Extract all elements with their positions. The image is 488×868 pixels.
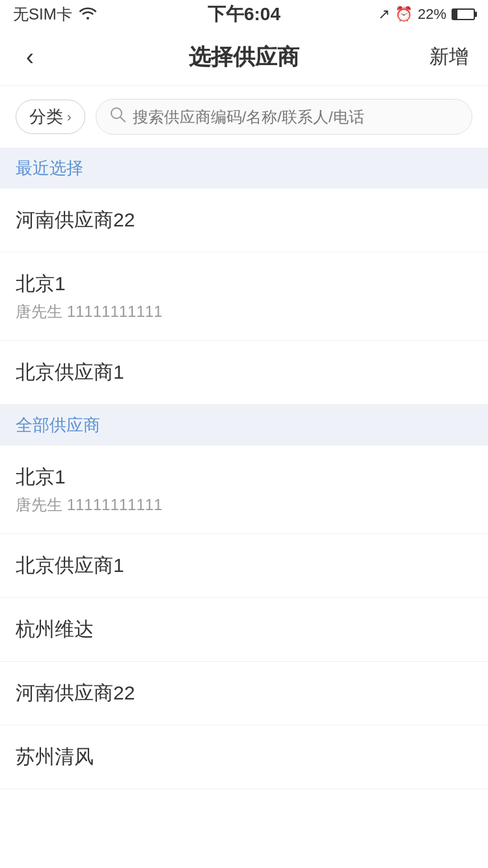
chevron-right-icon: › xyxy=(67,109,72,124)
list-item[interactable]: 北京供应商1 xyxy=(0,341,488,405)
list-item[interactable]: 河南供应商22 xyxy=(0,662,488,726)
recent-list: 河南供应商22北京1唐先生 11111111111北京供应商1 xyxy=(0,189,488,405)
item-name: 北京供应商1 xyxy=(16,552,472,579)
search-input[interactable] xyxy=(133,108,459,126)
item-sub: 唐先生 11111111111 xyxy=(16,301,472,322)
list-item[interactable]: 北京1唐先生 11111111111 xyxy=(0,252,488,341)
location-icon: ↗ xyxy=(378,6,390,23)
all-section-label: 全部供应商 xyxy=(16,415,100,435)
back-button[interactable]: ‹ xyxy=(20,37,40,77)
item-name: 苏州清风 xyxy=(16,744,472,770)
list-item[interactable]: 苏州清风 xyxy=(0,726,488,789)
search-icon xyxy=(109,106,126,128)
status-bar-right: ↗ ⏰ 22% xyxy=(378,6,475,23)
item-sub: 唐先生 11111111111 xyxy=(16,495,472,515)
status-bar-time: 下午6:04 xyxy=(208,2,280,27)
page-title: 选择供应商 xyxy=(189,42,299,72)
item-name: 北京1 xyxy=(16,464,472,491)
filter-bar: 分类 › xyxy=(0,86,488,148)
list-item[interactable]: 杭州维达 xyxy=(0,598,488,662)
list-item[interactable]: 河南供应商22 xyxy=(0,189,488,252)
all-list: 北京1唐先生 11111111111北京供应商1杭州维达河南供应商22苏州清风 xyxy=(0,446,488,789)
category-button[interactable]: 分类 › xyxy=(16,100,85,134)
add-button[interactable]: 新增 xyxy=(429,44,468,70)
item-name: 河南供应商22 xyxy=(16,207,472,234)
category-label: 分类 xyxy=(29,105,63,128)
item-name: 北京供应商1 xyxy=(16,359,472,386)
item-name: 杭州维达 xyxy=(16,616,472,643)
svg-line-1 xyxy=(120,117,125,122)
recent-section-label: 最近选择 xyxy=(16,158,83,178)
list-item[interactable]: 北京1唐先生 11111111111 xyxy=(0,446,488,534)
carrier-label: 无SIM卡 xyxy=(13,4,72,25)
wifi-icon xyxy=(79,5,97,23)
recent-section-header: 最近选择 xyxy=(0,148,488,189)
battery-icon xyxy=(452,8,475,20)
all-section-header: 全部供应商 xyxy=(0,405,488,446)
battery-label: 22% xyxy=(418,6,446,23)
list-item[interactable]: 北京供应商1 xyxy=(0,534,488,598)
item-name: 北京1 xyxy=(16,271,472,297)
alarm-icon: ⏰ xyxy=(395,6,413,23)
status-bar-left: 无SIM卡 xyxy=(13,4,97,25)
search-box[interactable] xyxy=(96,99,472,135)
nav-bar: ‹ 选择供应商 新增 xyxy=(0,29,488,86)
status-bar: 无SIM卡 下午6:04 ↗ ⏰ 22% xyxy=(0,0,488,29)
item-name: 河南供应商22 xyxy=(16,680,472,707)
